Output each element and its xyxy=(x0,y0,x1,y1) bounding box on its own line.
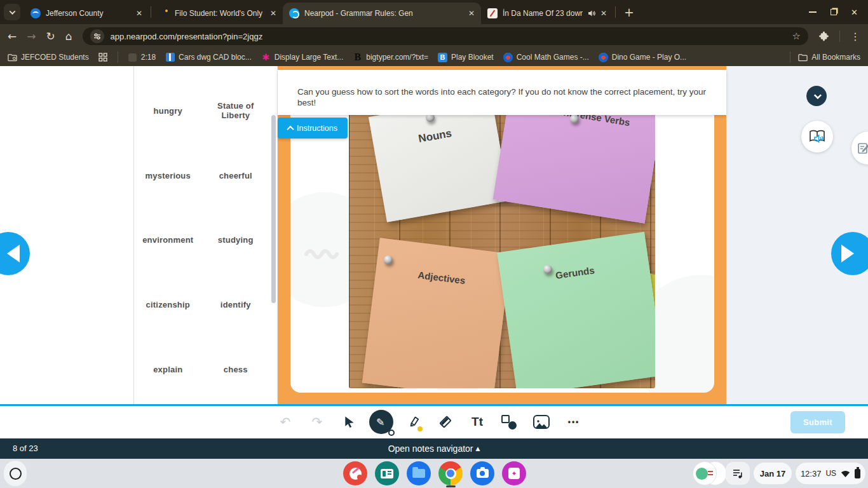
files-app-icon[interactable] xyxy=(407,461,431,485)
letter-b-icon: B xyxy=(354,52,361,62)
tab-search-button[interactable] xyxy=(4,4,20,20)
instructions-text: Can you guess how to sort the words into… xyxy=(297,87,709,109)
more-tools-button[interactable]: ••• xyxy=(568,417,580,426)
tab-filo-student[interactable]: Filo Student: World's Only Live I ✕ xyxy=(153,3,283,24)
tab-nearpod-active[interactable]: Nearpod - Grammar Rules: Gen ✕ xyxy=(283,3,481,24)
word-tile[interactable]: citizenship xyxy=(134,292,202,318)
undo-icon[interactable]: ↶ xyxy=(280,414,291,430)
home-icon[interactable]: ⌂ xyxy=(65,30,72,43)
pencil-color-dot xyxy=(388,430,395,436)
minimize-icon[interactable] xyxy=(809,11,817,13)
close-tab-icon[interactable]: ✕ xyxy=(468,9,475,18)
palette-icon xyxy=(349,468,362,480)
bookmark-star-icon[interactable]: ☆ xyxy=(792,30,801,42)
notification-thumbnail[interactable] xyxy=(693,461,717,485)
managed-folder-icon xyxy=(8,53,17,62)
bookmark-bigtyper[interactable]: B bigtyper.com/?txt= xyxy=(353,53,428,62)
pencil-tool-selected[interactable]: ✎ xyxy=(369,410,393,434)
screencast-icon: ✦ xyxy=(508,468,520,479)
media-controls-button[interactable] xyxy=(726,462,750,485)
word-tile[interactable]: environment xyxy=(134,227,202,253)
tab-jefferson-county[interactable]: Jefferson County ✕ xyxy=(24,3,149,24)
text-tool[interactable]: Tt xyxy=(471,415,483,429)
word-tile[interactable]: chess xyxy=(202,357,270,383)
all-bookmarks-button[interactable]: All Bookmarks xyxy=(798,53,860,62)
status-tray[interactable]: 12:37 US xyxy=(796,463,865,484)
instructions-panel: Can you guess how to sort the words into… xyxy=(278,70,726,115)
word-tile[interactable]: identify xyxy=(202,292,270,318)
folder-icon xyxy=(798,53,808,62)
category-board-image: Nouns Present Tense Verbs Adjectives Ger… xyxy=(349,75,655,388)
immersive-reader-button[interactable] xyxy=(801,121,833,152)
chevron-down-icon xyxy=(9,8,15,15)
submit-button[interactable]: Submit xyxy=(790,411,845,433)
notification-previews[interactable] xyxy=(693,461,731,485)
bookmark-label: Display Large Text... xyxy=(275,53,344,62)
camera-app-icon[interactable] xyxy=(470,461,494,485)
bookmark-cool-math[interactable]: Cool Math Games -... xyxy=(503,53,589,62)
shapes-tool[interactable] xyxy=(501,414,517,430)
date-button[interactable]: Jan 17 xyxy=(754,463,792,484)
status-dot xyxy=(696,468,708,480)
close-tab-icon[interactable]: ✕ xyxy=(270,9,276,18)
word-tile[interactable]: explain xyxy=(134,357,202,383)
bookmark-dino-game[interactable]: Dino Game - Play O... xyxy=(599,53,686,62)
bookmark-cars-cad[interactable]: Cars dwg CAD bloc... xyxy=(165,53,252,62)
close-tab-icon[interactable]: ✕ xyxy=(136,9,142,18)
site-settings-icon[interactable] xyxy=(90,29,104,43)
open-notes-navigator[interactable]: Open notes navigator ▲ xyxy=(0,438,868,459)
bookmark-display-large-text[interactable]: ✱ Display Large Text... xyxy=(261,53,344,62)
classroom-app-icon[interactable] xyxy=(375,461,399,485)
reload-icon[interactable]: ↻ xyxy=(46,30,55,43)
bookmark-label: bigtyper.com/?txt= xyxy=(366,53,428,62)
word-panel-scrollbar[interactable] xyxy=(271,115,276,303)
browser-menu-icon[interactable]: ⋮ xyxy=(850,30,860,43)
bookmark-timer[interactable]: 2:18 xyxy=(128,53,156,62)
battery-icon xyxy=(855,469,860,478)
screencast-app-icon[interactable]: ✦ xyxy=(502,461,526,485)
jefferson-county-favicon xyxy=(31,8,41,18)
chrome-app-icon[interactable] xyxy=(438,461,463,485)
redo-icon[interactable]: ↷ xyxy=(312,414,323,430)
instructions-button[interactable]: Instructions xyxy=(278,118,348,139)
arrow-left-icon xyxy=(7,245,20,262)
address-bar[interactable]: app.nearpod.com/presentation?pin=2jqgz ☆ xyxy=(83,27,808,45)
restore-icon[interactable] xyxy=(831,9,837,15)
download-favicon xyxy=(487,8,498,18)
launcher-button[interactable] xyxy=(4,461,27,486)
insert-image-tool[interactable] xyxy=(533,415,550,429)
url-text[interactable]: app.nearpod.com/presentation?pin=2jqgz xyxy=(111,32,263,41)
word-tile[interactable]: mysterious xyxy=(134,163,202,189)
word-tile[interactable]: hungry xyxy=(134,98,202,124)
new-tab-button[interactable]: + xyxy=(624,5,634,19)
tab-separator xyxy=(151,6,151,18)
notes-pencil-button[interactable] xyxy=(851,132,868,165)
apps-grid-icon[interactable] xyxy=(98,53,108,62)
wave-decoration xyxy=(304,244,340,261)
category-gerunds[interactable]: Gerunds xyxy=(497,232,655,388)
word-tile[interactable]: studying xyxy=(202,227,270,253)
back-icon[interactable]: ← xyxy=(8,30,17,43)
word-tile[interactable]: Statue of Liberty xyxy=(202,98,270,124)
toolbar-separator xyxy=(839,30,840,42)
notes-navigator-bar: 8 of 23 Open notes navigator ▲ xyxy=(0,438,868,459)
word-tile[interactable]: cheerful xyxy=(202,163,270,189)
extensions-icon[interactable] xyxy=(818,31,829,42)
tab-title: İn Da Name Of 23 downnlo xyxy=(503,9,583,18)
pointer-tool[interactable] xyxy=(344,416,356,428)
highlighter-tool[interactable] xyxy=(407,415,421,429)
keyboard-layout: US xyxy=(825,469,836,478)
bookmark-label: Cool Math Games -... xyxy=(517,53,589,62)
eraser-tool[interactable] xyxy=(440,419,451,426)
bookmark-managed-folder[interactable]: JEFCOED Students xyxy=(8,53,89,62)
tab-audio-download[interactable]: İn Da Name Of 23 downnlo ✕ xyxy=(481,3,613,24)
bookmark-label: Play Blooket xyxy=(451,53,494,62)
canvas-app-icon[interactable] xyxy=(343,461,367,485)
scroll-down-button[interactable] xyxy=(806,86,827,106)
close-tab-icon[interactable]: ✕ xyxy=(600,9,607,18)
forward-icon[interactable]: → xyxy=(27,30,36,43)
tab-audio-icon[interactable] xyxy=(588,10,595,17)
bookmark-play-blooket[interactable]: B Play Blooket xyxy=(438,53,494,62)
close-window-icon[interactable]: ✕ xyxy=(851,8,858,17)
next-slide-button[interactable] xyxy=(831,232,868,275)
